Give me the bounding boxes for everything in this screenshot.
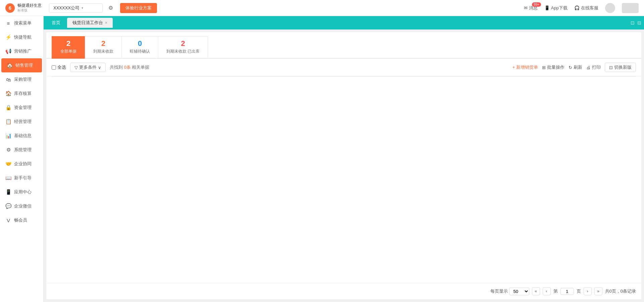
experience-btn[interactable]: 体验行业方案 — [120, 3, 157, 13]
sidebar-item-basic-info[interactable]: 📊 基础信息 — [0, 129, 43, 143]
app-download-icon: 📱 — [544, 5, 550, 10]
sidebar-label-sales-mgmt: 销售管理 — [15, 62, 33, 68]
tab-bar: 首页 钱货日清工作台 × ⊡ ⊟ — [44, 16, 644, 29]
sidebar-label-enterprise: 企业协同 — [14, 161, 32, 167]
per-page-dropdown[interactable]: 50 100 200 — [509, 288, 529, 295]
sidebar-label-search-menu: 搜索菜单 — [14, 20, 32, 26]
sidebar-item-enterprise[interactable]: 🤝 企业协同 — [0, 157, 43, 171]
sidebar-item-sys-mgmt[interactable]: ⚙ 系统管理 — [0, 143, 43, 157]
stat-wangwang-label: 旺辅待确认 — [130, 49, 150, 54]
sidebar-item-inventory[interactable]: 🏠 库存核算 — [0, 86, 43, 101]
tab-active[interactable]: 钱货日清工作台 × — [67, 18, 113, 28]
refresh-label: 刷新 — [574, 64, 582, 70]
sidebar-label-tutorial: 新手引导 — [14, 175, 32, 181]
batch-operation-btn[interactable]: ⊞ 批量操作 — [542, 64, 565, 70]
marketing-icon: 📢 — [5, 48, 11, 54]
sidebar-item-vip[interactable]: V 畅会员 — [0, 213, 43, 227]
sidebar: ≡ 搜索菜单 ⚡ 快捷导航 📢 营销推广 🏠 销售管理 🛍 采购管理 🏠 库存核… — [0, 16, 44, 302]
sidebar-label-vip: 畅会员 — [14, 217, 27, 223]
app-download-button[interactable]: 📱 App下载 — [544, 5, 568, 11]
sidebar-item-tutorial[interactable]: 📖 新手引导 — [0, 171, 43, 185]
pagination-bar: 每页显示 50 100 200 « ‹ 第 页 › » 共0页，0条记录 — [46, 283, 641, 299]
select-all-input[interactable] — [52, 65, 56, 70]
tab-active-label: 钱货日清工作台 — [72, 20, 103, 26]
sidebar-label-enterprise-wx: 企业微信 — [14, 203, 32, 209]
stat-tab-all[interactable]: 2 全部单据 — [52, 36, 85, 59]
company-selector[interactable]: XXXXXX公司 ▾ — [49, 3, 103, 13]
logo-text-block: 畅捷通好生意 标准版 — [17, 3, 42, 13]
filter-button[interactable]: ▽ 更多条件 ∨ — [70, 63, 106, 72]
prev-page-btn[interactable]: ‹ — [543, 287, 551, 295]
print-label: 打印 — [592, 64, 601, 70]
app-download-label: App下载 — [551, 5, 568, 11]
sidebar-label-operations: 经营管理 — [14, 119, 32, 125]
operations-icon: 📋 — [5, 119, 11, 125]
batch-icon: ⊞ — [542, 65, 546, 70]
purchase-mgmt-icon: 🛍 — [5, 77, 11, 82]
page-suffix: 页 — [577, 288, 581, 294]
per-page-select: 每页显示 50 100 200 — [490, 288, 529, 295]
switch-label: 切换新版 — [614, 64, 632, 70]
first-page-btn[interactable]: « — [532, 287, 540, 295]
logo-area: 6 畅捷通好生意 标准版 — [5, 3, 49, 13]
next-page-btn[interactable]: › — [584, 287, 592, 295]
stat-all-num: 2 — [66, 39, 70, 48]
sidebar-item-operations[interactable]: 📋 经营管理 — [0, 115, 43, 129]
sidebar-label-app-center: 应用中心 — [14, 189, 32, 195]
logo-icon: 6 — [5, 3, 15, 13]
user-avatar[interactable] — [605, 3, 615, 13]
tab-close-icon[interactable]: × — [105, 20, 107, 25]
page-number-input[interactable] — [560, 288, 574, 295]
refresh-btn[interactable]: ↻ 刷新 — [569, 64, 582, 70]
filter-label: 更多条件 — [79, 64, 97, 70]
tab-minimize-btn[interactable]: ⊟ — [637, 20, 641, 25]
chevron-down-icon: ▾ — [82, 6, 83, 10]
last-page-btn[interactable]: » — [594, 287, 602, 295]
sidebar-item-purchase-mgmt[interactable]: 🛍 采购管理 — [0, 72, 43, 86]
batch-label: 批量操作 — [547, 64, 565, 70]
sales-mgmt-icon: 🏠 — [7, 62, 13, 68]
sidebar-item-marketing[interactable]: 📢 营销推广 — [0, 44, 43, 58]
stat-tab-overdue-unpaid[interactable]: 2 到期未收款 — [85, 36, 122, 59]
total-records: 共0页，0条记录 — [605, 288, 636, 294]
list-area — [46, 77, 641, 283]
tab-bar-right: ⊡ ⊟ — [631, 20, 641, 25]
sidebar-label-finance: 资金管理 — [14, 105, 32, 111]
per-page-label: 每页显示 — [490, 288, 508, 294]
tab-home-label: 首页 — [52, 20, 60, 26]
sidebar-item-enterprise-wx[interactable]: 💬 企业微信 — [0, 199, 43, 213]
stat-all-label: 全部单据 — [60, 49, 76, 54]
user-name[interactable] — [622, 3, 639, 13]
inventory-icon: 🏠 — [5, 90, 11, 97]
filter-chevron-icon: ∨ — [98, 65, 101, 70]
sidebar-item-quick-nav[interactable]: ⚡ 快捷导航 — [0, 30, 43, 44]
message-button[interactable]: ✉ 消息 99+ — [524, 5, 538, 11]
sidebar-item-finance[interactable]: 🔒 资金管理 — [0, 101, 43, 115]
tab-home[interactable]: 首页 — [46, 18, 66, 28]
tutorial-icon: 📖 — [5, 175, 11, 181]
tab-restore-btn[interactable]: ⊡ — [631, 20, 635, 25]
sidebar-item-sales-mgmt[interactable]: 🏠 销售管理 — [1, 58, 42, 72]
enterprise-icon: 🤝 — [5, 161, 11, 167]
switch-new-version-btn[interactable]: ⊡ 切换新版 — [605, 63, 636, 72]
message-icon: ✉ — [524, 5, 528, 10]
top-header: 6 畅捷通好生意 标准版 XXXXXX公司 ▾ ⚙ 体验行业方案 ✉ 消息 99… — [0, 0, 644, 16]
basic-info-icon: 📊 — [5, 133, 11, 139]
settings-button[interactable]: ⚙ — [105, 3, 116, 13]
sidebar-item-search-menu[interactable]: ≡ 搜索菜单 — [0, 16, 43, 30]
finance-icon: 🔒 — [5, 105, 11, 111]
page-prefix: 第 — [553, 288, 558, 294]
print-btn[interactable]: 🖨 打印 — [586, 64, 601, 70]
sidebar-label-marketing: 营销推广 — [14, 48, 32, 54]
add-sales-order-btn[interactable]: + 新增销货单 — [513, 64, 538, 70]
found-count: 0条 — [124, 65, 131, 70]
stat-tab-overdue-unshipped[interactable]: 2 到期未收款 已出库 — [158, 36, 208, 59]
sidebar-label-quick-nav: 快捷导航 — [14, 34, 32, 40]
sidebar-item-app-center[interactable]: 📱 应用中心 — [0, 185, 43, 199]
select-all-checkbox[interactable]: 全选 — [52, 64, 66, 70]
online-service-button[interactable]: 🎧 在线客服 — [574, 5, 598, 11]
stat-overdue-unshipped-label: 到期未收款 已出库 — [166, 49, 200, 54]
stat-tab-wangwang[interactable]: 0 旺辅待确认 — [121, 36, 158, 59]
company-name: XXXXXX公司 — [53, 5, 79, 11]
sys-mgmt-icon: ⚙ — [5, 147, 11, 153]
